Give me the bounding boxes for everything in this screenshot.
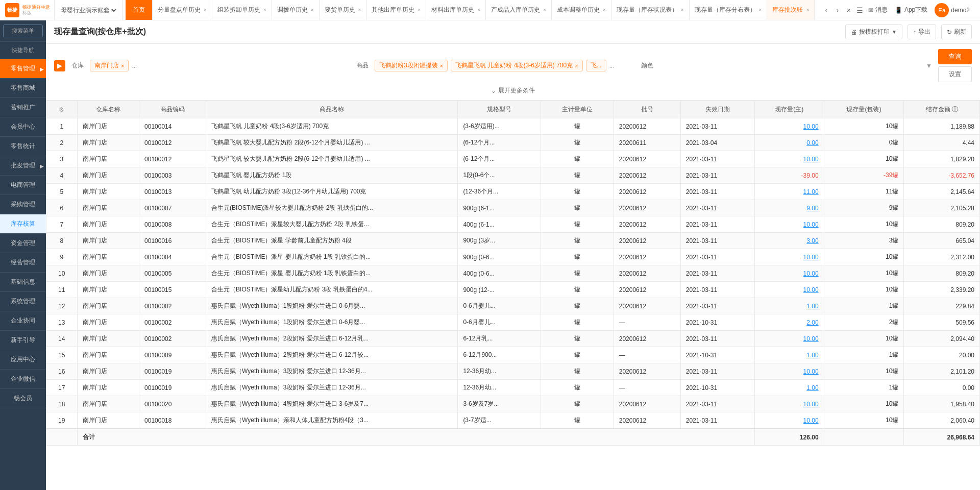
sidebar-item-retail-mall[interactable]: 零售商城: [0, 79, 46, 98]
tab-5[interactable]: 其他出库单历史 ×: [366, 0, 426, 20]
col-settings[interactable]: ⚙: [46, 101, 78, 118]
tab-close-4[interactable]: ×: [358, 7, 361, 13]
filter-expand-btn[interactable]: ▶: [54, 60, 65, 71]
page-title: 现存量查询(按仓库+批次): [54, 27, 146, 37]
tab-close-all-btn[interactable]: ×: [844, 5, 854, 15]
row-qty-main[interactable]: 10.00: [754, 265, 824, 282]
sidebar-item-system[interactable]: 系统管理: [0, 292, 46, 311]
tab-close-11[interactable]: ×: [806, 7, 809, 13]
tab-8[interactable]: 成本调整单历史 ×: [552, 0, 611, 20]
tab-close-9[interactable]: ×: [681, 7, 684, 13]
tab-home[interactable]: 首页: [126, 0, 153, 20]
tab-9[interactable]: 现存量（库存状况表） ×: [611, 0, 690, 20]
tab-2[interactable]: 组装拆卸单历史 ×: [212, 0, 272, 20]
goods-tag-close-0[interactable]: ×: [440, 63, 443, 69]
row-qty-main[interactable]: 1.00: [754, 347, 824, 363]
filter-area: ▶ 仓库 南岸门店 × ... 商品 飞鹤奶粉3段闭罐提装 ×: [46, 44, 980, 101]
settings-icon[interactable]: ⚙: [59, 106, 64, 113]
print-btn[interactable]: 🖨 按模板打印 ▼: [845, 24, 902, 39]
sidebar-item-basic-info[interactable]: 基础信息: [0, 273, 46, 292]
tab-7[interactable]: 产成品入库单历史 ×: [486, 0, 552, 20]
sidebar-item-guide[interactable]: 新手引导: [0, 331, 46, 350]
tab-close-5[interactable]: ×: [418, 7, 421, 13]
warehouse-more[interactable]: ...: [132, 62, 137, 69]
tab-close-7[interactable]: ×: [543, 7, 546, 13]
row-qty-pack: 10罐: [824, 282, 904, 298]
filter-row-1: ▶ 仓库 南岸门店 × ... 商品 飞鹤奶粉3段闭罐提装 ×: [54, 49, 972, 82]
row-unit: 罐: [541, 396, 614, 412]
row-qty-pack: 10罐: [824, 331, 904, 347]
tab-close-10[interactable]: ×: [759, 7, 762, 13]
row-code: 00100012: [139, 135, 206, 151]
industry-select[interactable]: 母婴行业演示账套: [59, 6, 118, 14]
sidebar-item-collab[interactable]: 企业协同: [0, 311, 46, 331]
row-qty-main[interactable]: 9.00: [754, 200, 824, 216]
row-qty-main[interactable]: 10.00: [754, 412, 824, 429]
sidebar-item-purchase[interactable]: 采购管理: [0, 195, 46, 214]
sidebar-item-retail-stats[interactable]: 零售统计: [0, 137, 46, 156]
tab-11[interactable]: 库存批次账 ×: [767, 0, 815, 20]
row-batch: 20200612: [614, 216, 680, 233]
tab-close-3[interactable]: ×: [311, 7, 314, 13]
row-code: 00100002: [139, 314, 206, 331]
row-expire: 2021-03-11: [680, 331, 754, 347]
export-btn[interactable]: ↑ 导出: [908, 24, 936, 39]
goods-more[interactable]: ...: [609, 62, 615, 69]
tab-10[interactable]: 现存量（库存分布表） ×: [690, 0, 768, 20]
goods-tag-close-1[interactable]: ×: [575, 63, 578, 69]
row-qty-main[interactable]: 1.00: [754, 298, 824, 314]
sidebar-item-marketing[interactable]: 营销推广: [0, 98, 46, 117]
sidebar-item-finance[interactable]: 资金管理: [0, 234, 46, 253]
row-warehouse: 南岸门店: [77, 282, 139, 298]
sidebar-item-inventory[interactable]: 库存核算: [0, 214, 46, 234]
row-qty-main[interactable]: 10.00: [754, 216, 824, 233]
tab-close-1[interactable]: ×: [204, 7, 207, 13]
tab-close-8[interactable]: ×: [603, 7, 606, 13]
row-qty-main[interactable]: 0.00: [754, 135, 824, 151]
settings-btn[interactable]: 设置: [938, 66, 972, 82]
tab-1[interactable]: 分量盘点单历史 ×: [153, 0, 212, 20]
refresh-btn[interactable]: ↻ 刷新: [941, 24, 972, 39]
sidebar-item-app-center[interactable]: 应用中心: [0, 350, 46, 370]
tab-close-2[interactable]: ×: [263, 7, 266, 13]
search-menu-btn[interactable]: 搜索菜单: [3, 24, 43, 37]
row-qty-main[interactable]: 10.00: [754, 118, 824, 135]
sidebar-item-wholesale[interactable]: 批发管理 ▶: [0, 156, 46, 176]
row-qty-main[interactable]: 10.00: [754, 249, 824, 265]
sidebar-item-member-club[interactable]: 畅会员: [0, 389, 46, 408]
warehouse-tag-close-0[interactable]: ×: [121, 63, 124, 69]
table-row: 13 南岸门店 00100002 惠氏启赋（Wyeth illuma）1段奶粉 …: [46, 314, 980, 331]
tabs-container: 首页 分量盘点单历史 × 组装拆卸单历史 × 调拨单历史 × 要货单历史 × 其…: [126, 0, 818, 20]
tab-6[interactable]: 材料出库单历史 ×: [426, 0, 486, 20]
row-qty-main[interactable]: 3.00: [754, 233, 824, 249]
row-qty-main[interactable]: 10.00: [754, 396, 824, 412]
query-btn[interactable]: 查询: [938, 49, 972, 64]
quick-nav-btn[interactable]: 快捷导航: [0, 44, 46, 57]
total-amount: 26,968.64: [904, 429, 980, 446]
row-qty-main[interactable]: 1.00: [754, 380, 824, 396]
sidebar-item-operations[interactable]: 经营管理: [0, 253, 46, 273]
row-qty-main[interactable]: 10.00: [754, 282, 824, 298]
expand-conditions-btn[interactable]: ⌄ 展开更多条件: [491, 86, 535, 95]
app-download-btn[interactable]: 📱 App下载: [895, 6, 927, 14]
sidebar-item-member[interactable]: 会员中心: [0, 117, 46, 137]
table-area[interactable]: ⚙ 仓库名称 商品编码 商品名称 规格型号 主计量单位 批号 失效日期 现存量(…: [46, 101, 980, 490]
row-qty-main[interactable]: 10.00: [754, 331, 824, 347]
row-qty-main[interactable]: 10.00: [754, 363, 824, 380]
row-qty-main[interactable]: 10.00: [754, 151, 824, 167]
sidebar-item-wechat-work[interactable]: 企业微信: [0, 370, 46, 389]
user-profile[interactable]: Ea demo2: [935, 3, 970, 17]
tab-3[interactable]: 调拨单历史 ×: [272, 0, 320, 20]
tab-close-6[interactable]: ×: [477, 7, 480, 13]
message-btn[interactable]: ✉ 消息: [868, 6, 888, 14]
col-expire: 失效日期: [680, 101, 754, 118]
tab-4[interactable]: 要货单历史 ×: [320, 0, 367, 20]
tab-prev-btn[interactable]: ‹: [821, 5, 831, 15]
tab-next-btn[interactable]: ›: [832, 5, 843, 15]
sidebar-item-ecommerce[interactable]: 电商管理: [0, 176, 46, 195]
tab-menu-btn[interactable]: ☰: [855, 5, 865, 15]
row-qty-main[interactable]: 2.00: [754, 314, 824, 331]
row-spec: 6-12月900...: [458, 347, 541, 363]
row-qty-main[interactable]: 11.00: [754, 184, 824, 200]
sidebar-item-retail-mgmt[interactable]: 零售管理 ▶: [0, 59, 46, 79]
